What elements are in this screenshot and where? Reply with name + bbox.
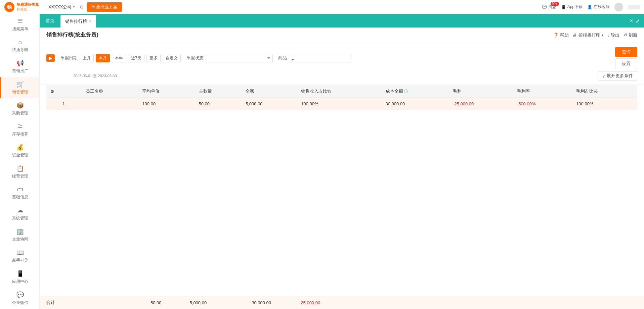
sidebar-item-label-wechat: 企业微信: [12, 300, 28, 306]
basic-info-icon: 🗃: [17, 186, 23, 193]
inventory-icon: 🗂: [17, 123, 23, 130]
message-button[interactable]: 💬 消息 99+: [542, 4, 556, 10]
svg-text:畅: 畅: [7, 4, 12, 10]
date-btn-this-month[interactable]: 本月: [96, 54, 110, 62]
table-footer: 合计 50.00 5,000.00 30,000.00 -25,000.00: [40, 296, 644, 309]
tab-home-label: 首页: [46, 18, 54, 24]
topbar: 畅 畅康通好生意 标准版 XXXXX公司 ▾ ⚙ 体验行业方案 💬 消息 99+…: [0, 0, 644, 14]
tab-home[interactable]: 首页: [40, 14, 60, 28]
row-rank: 1: [58, 98, 82, 110]
date-btn-last-month[interactable]: 上月: [80, 54, 94, 62]
col-gross-pct: 毛利占比%: [572, 85, 637, 98]
company-selector[interactable]: XXXXX公司 ▾: [48, 4, 75, 10]
sidebar-item-label-guide: 新手引导: [12, 258, 28, 263]
sidebar-item-label-app-center: 应用中心: [12, 279, 28, 285]
expand-more-button[interactable]: ∨ 展开更多条件: [598, 71, 637, 81]
status-filter: 单据状态: [186, 54, 273, 62]
sidebar-item-sales[interactable]: 🛒 销售管理: [0, 77, 39, 98]
col-avg-price: 平均单价: [138, 85, 195, 98]
export-button[interactable]: ↓ 导出: [607, 32, 620, 38]
settings-icon[interactable]: ⚙: [80, 4, 84, 10]
app-download-button[interactable]: 📱 App下载: [561, 4, 583, 10]
sidebar-item-label-search: 搜索菜单: [12, 26, 28, 32]
sidebar-item-search-orders[interactable]: ☰ 搜索菜单: [0, 14, 39, 35]
footer-cost: 30,000.00: [252, 300, 271, 305]
tab-close-icon[interactable]: ×: [89, 19, 91, 24]
date-btn-7days[interactable]: 近7天: [128, 54, 144, 62]
avatar[interactable]: [614, 3, 623, 11]
online-support-button[interactable]: 👤 在线客服: [587, 4, 610, 10]
sidebar-item-enterprise[interactable]: 🏢 企业协同: [0, 224, 39, 246]
sidebar-item-guide[interactable]: 📖 新手引导: [0, 246, 39, 267]
col-amount: 全额: [242, 85, 297, 98]
col-quantity: 主数量: [195, 85, 242, 98]
col-settings[interactable]: ⚙: [46, 85, 58, 98]
table-area: ⚙ 员工名称 平均单价 主数量 全额 销售收入占比% 成本全额 ⓘ: [40, 85, 644, 296]
guide-icon: 📖: [16, 249, 24, 256]
sidebar-item-inventory[interactable]: 🗂 库存核算: [0, 119, 39, 140]
page-header: 销售排行榜(按业务员) ❓ 帮助 🖨 按模板打印 ▾ ↓ 导出: [40, 28, 644, 43]
date-filter: 单据日期 上月 本月 本年 近7天 更多 自定义: [60, 54, 181, 62]
sidebar-item-operations[interactable]: 📋 经营管理: [0, 161, 39, 183]
col-employee: 员工名称: [82, 85, 138, 98]
search-orders-icon: ☰: [17, 17, 23, 25]
filter-right-actions: 查询 设置: [615, 47, 637, 69]
sales-ranking-table: ⚙ 员工名称 平均单价 主数量 全额 销售收入占比% 成本全额 ⓘ: [46, 85, 637, 110]
help-button[interactable]: ❓ 帮助: [553, 32, 569, 38]
app-download-icon: 📱: [561, 5, 566, 9]
print-button[interactable]: 🖨 按模板打印 ▾: [573, 32, 603, 38]
col-settings-icon[interactable]: ⚙: [50, 89, 54, 94]
expand-icon: ∨: [602, 73, 605, 79]
expand-label: 展开更多条件: [607, 73, 633, 79]
sidebar-item-purchase[interactable]: 📦 采购管理: [0, 98, 39, 119]
col-cost: 成本全额 ⓘ: [382, 85, 449, 98]
sidebar-item-wechat[interactable]: 💬 企业微信: [0, 288, 39, 309]
export-label: 导出: [611, 32, 619, 38]
date-btn-this-year[interactable]: 本年: [112, 54, 126, 62]
cost-info-icon[interactable]: ⓘ: [404, 89, 408, 93]
sidebar-item-quick-nav[interactable]: ⌂ 快捷导航: [0, 35, 39, 56]
query-button[interactable]: 查询: [615, 47, 637, 57]
col-rank: [58, 85, 82, 98]
sidebar-item-label-system: 系统管理: [12, 215, 28, 221]
sidebar-item-label-inventory: 库存核算: [12, 131, 28, 137]
sidebar-item-app-center[interactable]: 📱 应用中心: [0, 267, 39, 288]
logo-icon: 畅: [4, 2, 15, 12]
tab-bar: 首页 销售排行榜 × × ⤢: [40, 14, 644, 28]
sidebar-item-label-sales: 销售管理: [12, 89, 28, 95]
filter-area: ▶ 单据日期 上月 本月 本年 近7天 更多 自定义 单据状态: [40, 43, 644, 85]
sidebar-item-system[interactable]: ☁ 系统管理: [0, 203, 39, 224]
finance-icon: 💰: [16, 144, 24, 151]
print-icon: 🖨: [573, 33, 577, 38]
date-btn-custom[interactable]: 自定义: [163, 54, 181, 62]
window-close-icon[interactable]: ×: [630, 18, 633, 24]
sidebar-item-finance[interactable]: 💰 资金管理: [0, 140, 39, 161]
filter-row: ▶ 单据日期 上月 本月 本年 近7天 更多 自定义 单据状态: [46, 47, 637, 69]
refresh-button[interactable]: ↺ 刷新: [624, 32, 637, 38]
col-gross-rate: 毛利率: [513, 85, 572, 98]
logo-text: 畅康通好生意 标准版: [17, 2, 39, 12]
marketing-icon: 📢: [16, 59, 24, 67]
filter-settings-button[interactable]: 设置: [615, 58, 637, 69]
tab-bar-right: × ⤢: [630, 18, 644, 24]
date-range-display: 2023-06-01 至 2023-06-30: [73, 73, 117, 79]
footer-quantity: 50.00: [151, 300, 162, 305]
window-expand-icon[interactable]: ⤢: [636, 18, 640, 24]
enterprise-icon: 🏢: [16, 228, 24, 235]
filter-arrow-button[interactable]: ▶: [46, 54, 55, 62]
sidebar-item-label-operations: 经营管理: [12, 173, 28, 179]
sidebar-item-marketing[interactable]: 📢 营销推广: [0, 56, 39, 77]
date-btn-more[interactable]: 更多: [146, 54, 161, 62]
row-col-settings: [46, 98, 58, 110]
help-icon: ❓: [553, 33, 559, 38]
goods-input[interactable]: [289, 54, 351, 62]
tab-sales-ranking[interactable]: 销售排行榜 ×: [60, 15, 96, 28]
sidebar-item-label-purchase: 采购管理: [12, 110, 28, 116]
trial-button[interactable]: 体验行业方案: [87, 2, 122, 12]
message-badge: 99+: [551, 2, 559, 6]
row-sales-pct: 100.00%: [297, 98, 381, 110]
topbar-right: 💬 消息 99+ 📱 App下载 👤 在线客服: [542, 3, 640, 11]
status-select[interactable]: [206, 54, 273, 62]
sidebar-item-basic-info[interactable]: 🗃 基础信息: [0, 183, 39, 203]
footer-label: 合计: [46, 300, 55, 306]
